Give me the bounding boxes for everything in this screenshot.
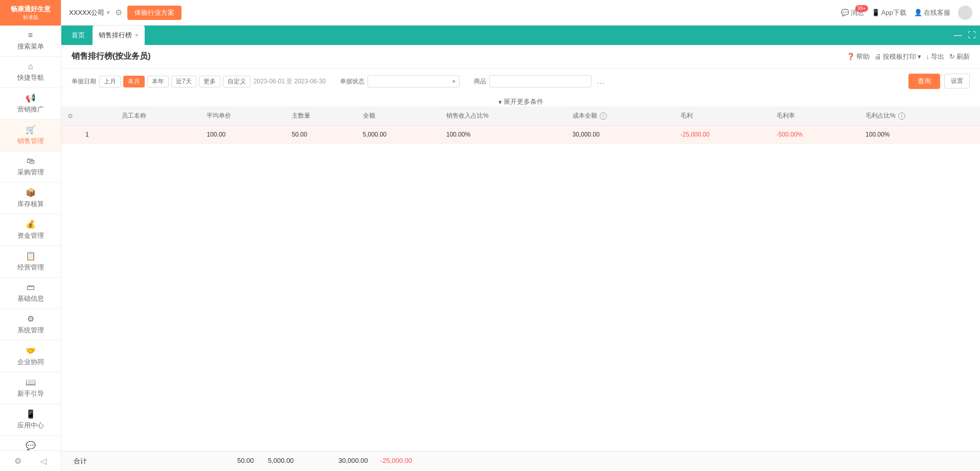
sidebar-collapse-icon[interactable]: ◁ <box>40 456 47 466</box>
sidebar-item-sales[interactable]: 🛒 销售管理 <box>0 120 61 151</box>
data-table: ⚙ 员工名称 平均单价 主数量 全额 销售收入占比% 成本全额 i 毛利 <box>61 106 980 144</box>
print-icon: 🖨 <box>875 53 881 60</box>
sidebar-logo: 畅康通好生意 标准版 <box>0 0 61 26</box>
date-btn-近7天[interactable]: 近7天 <box>171 76 196 87</box>
goods-input[interactable] <box>489 75 591 87</box>
online-service-button[interactable]: 👤 在线客服 <box>914 8 950 17</box>
sidebar-wechat-icon: 💬 <box>26 441 36 451</box>
print-button[interactable]: 🖨 按模板打印 ▾ <box>875 52 921 61</box>
export-button[interactable]: ↓ 导出 <box>926 52 945 61</box>
help-button[interactable]: ❓ 帮助 <box>847 52 870 61</box>
footer-profit: -25,000.00 <box>374 457 418 466</box>
col-cost: 成本全额 i <box>566 106 674 126</box>
date-btn-本年[interactable]: 本年 <box>147 76 169 87</box>
status-filter-label: 单据状态 <box>340 77 364 86</box>
message-badge: 99+ <box>855 5 868 12</box>
row-profit: -25,000.00 <box>674 126 770 144</box>
sidebar-item-search[interactable]: ≡ 搜索菜单 <box>0 26 61 57</box>
date-btn-上月[interactable]: 上月 <box>99 76 121 87</box>
avatar[interactable] <box>958 6 972 20</box>
tab-maximize-icon[interactable]: ⛶ <box>966 29 977 41</box>
col-settings[interactable]: ⚙ <box>61 106 79 126</box>
export-icon: ↓ <box>926 53 930 60</box>
sidebar-collab-icon: 🤝 <box>26 346 36 355</box>
table-row: 1 100.00 50.00 5,000.00 100.00% 30,000.0… <box>61 126 980 144</box>
refresh-button[interactable]: ↻ 刷新 <box>949 52 970 61</box>
tab-minimize-icon[interactable]: — <box>952 29 964 41</box>
expand-conditions-button[interactable]: ▾ 展开更多条件 <box>498 97 543 106</box>
sidebar-item-apps[interactable]: 📱 应用中心 <box>0 404 61 436</box>
status-select[interactable] <box>368 75 460 87</box>
company-selector[interactable]: XXXXX公司 ▾ <box>69 8 110 17</box>
tab-sales-ranking-label: 销售排行榜 <box>99 31 132 40</box>
col-profit-pct: 毛利占比% i <box>859 106 980 126</box>
logo-title: 畅康通好生意 <box>11 5 51 14</box>
sidebar-item-system[interactable]: ⚙ 系统管理 <box>0 309 61 341</box>
sidebar-item-collab[interactable]: 🤝 企业协同 <box>0 341 61 372</box>
topbar-right: 💬 消息 99+ 📱 App下载 👤 在线客服 <box>841 6 972 20</box>
sidebar-item-operations[interactable]: 📋 经营管理 <box>0 246 61 278</box>
data-table-section: ⚙ 员工名称 平均单价 主数量 全额 销售收入占比% 成本全额 i 毛利 <box>61 106 980 451</box>
footer-amount: 5,000.00 <box>262 457 303 466</box>
tabbar-controls: — ⛶ <box>952 29 977 41</box>
tab-home[interactable]: 首页 <box>64 26 93 45</box>
sidebar-item-guide[interactable]: 📖 新手引导 <box>0 372 61 404</box>
profit-pct-info-icon[interactable]: i <box>898 113 905 120</box>
col-rank <box>79 106 116 126</box>
sidebar-settings-icon[interactable]: ⚙ <box>14 456 21 466</box>
tabbar: 首页 销售排行榜 × — ⛶ <box>61 26 980 45</box>
sidebar-item-marketing[interactable]: 📢 营销推广 <box>0 88 61 120</box>
date-btn-自定义[interactable]: 自定义 <box>223 76 250 87</box>
footer-quantity: 50.00 <box>231 457 262 466</box>
tab-close-icon[interactable]: × <box>135 32 139 39</box>
refresh-icon: ↻ <box>949 53 955 60</box>
row-sales-pct: 100.00% <box>440 126 566 144</box>
date-btn-本月[interactable]: 本月 <box>123 76 145 87</box>
date-range-text: 2023-06-01 至 2023-06-30 <box>254 77 326 86</box>
date-filter-group: 单据日期 上月本月本年近7天更多自定义 2023-06-01 至 2023-06… <box>72 76 326 87</box>
sidebar-search-icon: ≡ <box>28 31 33 40</box>
filter-settings-button[interactable]: 设置 <box>944 74 970 88</box>
row-avg-price: 100.00 <box>200 126 285 144</box>
sidebar-apps-icon: 📱 <box>26 409 36 419</box>
sidebar-apps-label: 应用中心 <box>17 421 44 430</box>
row-amount: 5,000.00 <box>357 126 440 144</box>
sidebar-item-inventory[interactable]: 📦 库存核算 <box>0 183 61 214</box>
sidebar-guide-label: 新手引导 <box>17 389 44 398</box>
col-quantity: 主数量 <box>286 106 357 126</box>
print-label: 按模板打印 <box>883 52 916 61</box>
sidebar-item-purchase[interactable]: 🛍 采购管理 <box>0 151 61 183</box>
footer-cost: 30,000.00 <box>303 457 374 466</box>
sidebar-shortcut-label: 快捷导航 <box>17 73 44 82</box>
row-quantity: 50.00 <box>286 126 357 144</box>
sidebar-item-wechat[interactable]: 💬 企业微信 <box>0 436 61 451</box>
trial-button[interactable]: 体验行业方案 <box>127 6 181 20</box>
table-footer: 合计 50.00 5,000.00 30,000.00 -25,000.00 <box>61 451 980 471</box>
expand-conditions-row: ▾ 展开更多条件 <box>72 97 970 106</box>
cost-info-icon[interactable]: i <box>600 113 607 120</box>
message-button[interactable]: 💬 消息 99+ <box>841 8 864 17</box>
query-button[interactable]: 查询 <box>908 74 940 89</box>
table-body: 1 100.00 50.00 5,000.00 100.00% 30,000.0… <box>61 126 980 144</box>
filter-area: 单据日期 上月本月本年近7天更多自定义 2023-06-01 至 2023-06… <box>61 69 980 106</box>
tab-sales-ranking[interactable]: 销售排行榜 × <box>93 26 145 45</box>
app-download-button[interactable]: 📱 App下载 <box>872 8 906 17</box>
col-profit-rate: 毛利率 <box>770 106 859 126</box>
logo-subtitle: 标准版 <box>23 14 38 21</box>
sidebar: 畅康通好生意 标准版 ≡ 搜索菜单 ⌂ 快捷导航 📢 营销推广 🛒 销售管理 🛍… <box>0 0 61 471</box>
service-icon: 👤 <box>914 9 922 16</box>
sidebar-inventory-icon: 📦 <box>26 188 36 197</box>
sidebar-shortcut-icon: ⌂ <box>28 62 33 71</box>
more-options-icon[interactable]: … <box>595 77 607 86</box>
row-name <box>116 126 200 144</box>
sidebar-item-basicinfo[interactable]: 🗃 基础信息 <box>0 278 61 309</box>
sidebar-finance-icon: 💰 <box>26 219 36 229</box>
sidebar-basicinfo-icon: 🗃 <box>27 283 35 292</box>
sidebar-item-shortcut[interactable]: ⌂ 快捷导航 <box>0 57 61 88</box>
status-select-wrapper <box>368 75 460 87</box>
topbar-gear-icon[interactable]: ⚙ <box>115 8 122 17</box>
sidebar-nav: ≡ 搜索菜单 ⌂ 快捷导航 📢 营销推广 🛒 销售管理 🛍 采购管理 📦 库存核… <box>0 26 61 451</box>
sidebar-item-finance[interactable]: 💰 资金管理 <box>0 214 61 246</box>
tab-home-label: 首页 <box>72 31 85 40</box>
date-btn-更多[interactable]: 更多 <box>199 76 220 87</box>
